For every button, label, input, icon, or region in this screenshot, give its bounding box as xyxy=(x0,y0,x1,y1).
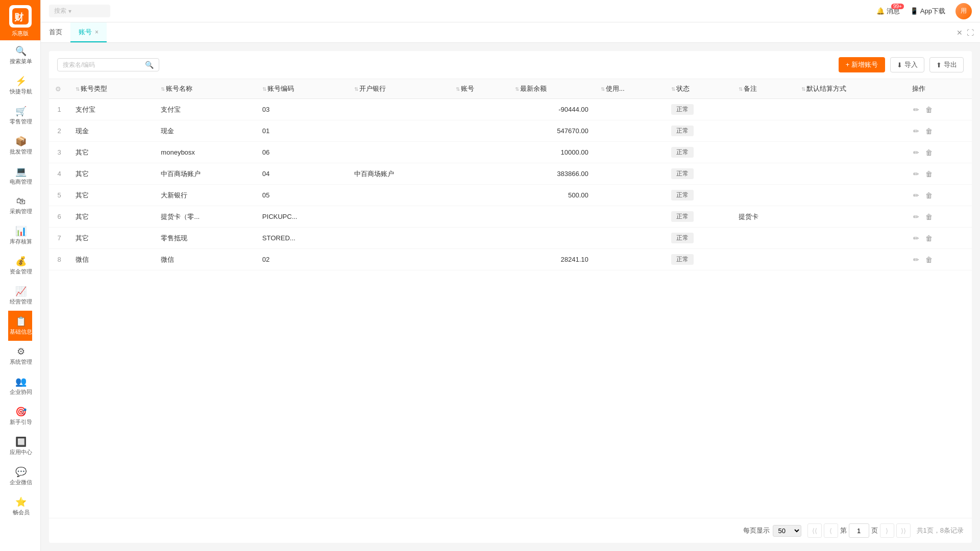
col-default-payment[interactable]: ⇅默认结算方式 xyxy=(795,79,906,99)
app-download-button[interactable]: 📱 App下载 xyxy=(910,7,945,16)
row-balance: 10000.00 xyxy=(509,142,594,163)
notifications-button[interactable]: 🔔 消息 99+ xyxy=(876,7,900,16)
close-window-icon[interactable]: ✕ xyxy=(957,29,963,37)
import-button[interactable]: ⬇ 导入 xyxy=(890,57,924,72)
row-actions: ✏ 🗑 xyxy=(906,185,972,206)
delete-button[interactable]: 🗑 xyxy=(924,212,934,222)
col-usage[interactable]: ⇅使用... xyxy=(595,79,665,99)
row-actions: ✏ 🗑 xyxy=(906,120,972,142)
delete-button[interactable]: 🗑 xyxy=(924,190,934,201)
row-remark xyxy=(732,163,795,185)
logo-icon: 财 xyxy=(9,5,32,28)
row-usage xyxy=(595,120,665,142)
sidebar-item-1[interactable]: ⚡ 快捷导航 xyxy=(8,70,32,101)
table-row: 1 支付宝 支付宝 03 -90444.00 正常 ✏ 🗑 xyxy=(49,99,972,120)
edit-button[interactable]: ✏ xyxy=(912,255,920,265)
row-account xyxy=(450,185,509,206)
table-footer: 每页显示 50 20 100 ⟨⟨ ⟨ 第 页 ⟩ ⟩⟩ 共1页，8条记 xyxy=(49,518,972,543)
edit-button[interactable]: ✏ xyxy=(912,147,920,158)
sidebar-item-6[interactable]: 📊 库存核算 xyxy=(8,220,32,251)
sidebar-item-11[interactable]: 👥 企业协同 xyxy=(8,371,32,401)
table-row: 3 其它 moneybosx 06 10000.00 正常 ✏ 🗑 xyxy=(49,142,972,163)
row-type: 其它 xyxy=(69,163,155,185)
row-code: 01 xyxy=(256,120,348,142)
col-remark[interactable]: ⇅备注 xyxy=(732,79,795,99)
table-search-box[interactable]: 🔍 xyxy=(57,58,159,71)
row-default-payment xyxy=(795,228,906,249)
row-name: 现金 xyxy=(155,120,256,142)
sidebar-item-14[interactable]: 💬 企业微信 xyxy=(8,461,32,491)
search-icon[interactable]: 🔍 xyxy=(145,61,154,69)
row-account xyxy=(450,163,509,185)
tab-1[interactable]: 账号× xyxy=(70,22,107,42)
delete-button[interactable]: 🗑 xyxy=(924,255,934,265)
per-page-select[interactable]: 50 20 100 xyxy=(773,525,801,537)
col-bank[interactable]: ⇅开户银行 xyxy=(348,79,450,99)
row-bank xyxy=(348,228,450,249)
edit-button[interactable]: ✏ xyxy=(912,190,920,201)
row-usage xyxy=(595,228,665,249)
col-type[interactable]: ⇅账号类型 xyxy=(69,79,155,99)
next-page-button[interactable]: ⟩ xyxy=(880,523,894,538)
first-page-button[interactable]: ⟨⟨ xyxy=(807,523,822,538)
col-settings[interactable]: ⚙ xyxy=(49,79,69,99)
edit-button[interactable]: ✏ xyxy=(912,169,920,179)
edit-button[interactable]: ✏ xyxy=(912,233,920,243)
main-content: 搜索 ▾ 🔔 消息 99+ 📱 App下载 用 首页账号× ✕ ⛶ xyxy=(41,0,980,551)
col-status[interactable]: ⇅状态 xyxy=(665,79,732,99)
sidebar-item-5[interactable]: 🛍 采购管理 xyxy=(8,191,32,220)
sidebar-item-15[interactable]: ⭐ 畅会员 xyxy=(8,491,32,521)
sidebar-item-0[interactable]: 🔍 搜索菜单 xyxy=(8,40,32,70)
sidebar-item-2[interactable]: 🛒 零售管理 xyxy=(8,101,32,131)
row-name: 零售抵现 xyxy=(155,228,256,249)
edit-button[interactable]: ✏ xyxy=(912,126,920,136)
nav-label-14: 企业微信 xyxy=(10,479,32,486)
sidebar-item-7[interactable]: 💰 资金管理 xyxy=(8,251,32,281)
accounts-table: ⚙ ⇅账号类型 ⇅账号名称 ⇅账号编码 xyxy=(49,79,972,270)
col-account[interactable]: ⇅账号 xyxy=(450,79,509,99)
col-code[interactable]: ⇅账号编码 xyxy=(256,79,348,99)
status-badge: 正常 xyxy=(671,104,694,115)
sidebar-item-13[interactable]: 🔲 应用中心 xyxy=(8,431,32,461)
action-buttons: ✏ 🗑 xyxy=(912,212,966,222)
sidebar-item-3[interactable]: 📦 批发管理 xyxy=(8,131,32,161)
col-balance[interactable]: ⇅最新余额 xyxy=(509,79,594,99)
per-page-label: 每页显示 xyxy=(743,526,770,535)
page-number-input[interactable] xyxy=(849,523,869,538)
sidebar-item-12[interactable]: 🎯 新手引导 xyxy=(8,401,32,431)
edit-button[interactable]: ✏ xyxy=(912,105,920,115)
sort-icon: ⇅ xyxy=(262,86,266,92)
toolbar-buttons: + 新增账号 ⬇ 导入 ⬆ 导出 xyxy=(839,57,964,72)
sidebar-item-10[interactable]: ⚙ 系统管理 xyxy=(8,341,32,371)
nav-label-1: 快捷导航 xyxy=(10,88,32,95)
delete-button[interactable]: 🗑 xyxy=(924,169,934,179)
tab-0[interactable]: 首页 xyxy=(41,22,70,42)
sidebar-item-4[interactable]: 💻 电商管理 xyxy=(8,161,32,191)
delete-button[interactable]: 🗑 xyxy=(924,105,934,115)
row-code: 03 xyxy=(256,99,348,120)
col-name[interactable]: ⇅账号名称 xyxy=(155,79,256,99)
search-input[interactable] xyxy=(63,61,145,68)
settings-icon[interactable]: ⚙ xyxy=(55,85,61,93)
tab-close-1[interactable]: × xyxy=(95,29,99,36)
expand-icon[interactable]: ⛶ xyxy=(967,29,974,37)
user-avatar[interactable]: 用 xyxy=(955,3,972,19)
sidebar-item-8[interactable]: 📈 经营管理 xyxy=(8,281,32,311)
delete-button[interactable]: 🗑 xyxy=(924,147,934,158)
row-default-payment xyxy=(795,142,906,163)
add-account-button[interactable]: + 新增账号 xyxy=(839,57,885,72)
export-button[interactable]: ⬆ 导出 xyxy=(929,57,964,72)
sidebar-item-9[interactable]: 📋 基础信息 xyxy=(8,311,32,341)
nav-label-13: 应用中心 xyxy=(10,448,32,456)
delete-button[interactable]: 🗑 xyxy=(924,126,934,136)
sidebar: 财 乐惠版 🔍 搜索菜单 ⚡ 快捷导航 🛒 零售管理 📦 批发管理 💻 电商管理… xyxy=(0,0,41,551)
edit-button[interactable]: ✏ xyxy=(912,212,920,222)
row-status: 正常 xyxy=(665,163,732,185)
top-header: 搜索 ▾ 🔔 消息 99+ 📱 App下载 用 xyxy=(41,0,980,22)
table-row: 2 现金 现金 01 547670.00 正常 ✏ 🗑 xyxy=(49,120,972,142)
last-page-button[interactable]: ⟩⟩ xyxy=(896,523,911,538)
row-balance: 383866.00 xyxy=(509,163,594,185)
prev-page-button[interactable]: ⟨ xyxy=(824,523,838,538)
header-search[interactable]: 搜索 ▾ xyxy=(49,5,110,17)
delete-button[interactable]: 🗑 xyxy=(924,233,934,243)
